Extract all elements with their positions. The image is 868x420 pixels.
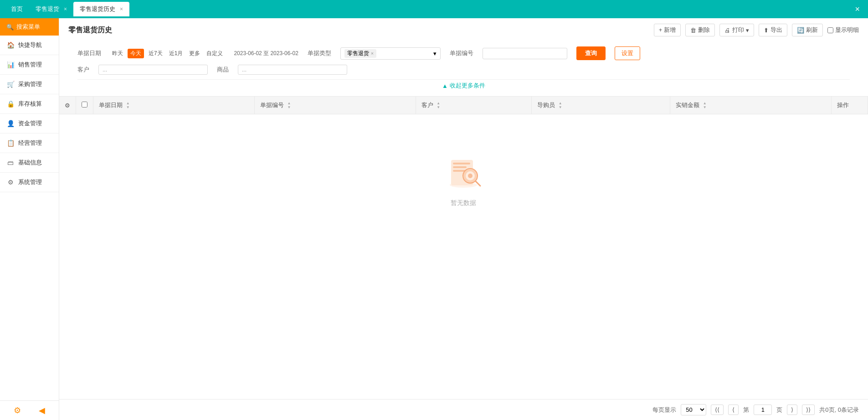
gear-icon[interactable]: ⚙: [65, 102, 70, 109]
svg-rect-2: [453, 163, 470, 164]
date-opt-7days[interactable]: 近7天: [147, 49, 164, 58]
svg-point-8: [468, 174, 473, 178]
page-label: 页: [776, 406, 782, 414]
sidebar-item-inventory-label: 库存核算: [18, 100, 42, 108]
th-customer-label: 客户: [421, 102, 433, 108]
sidebar-item-finance-label: 资金管理: [18, 119, 42, 128]
date-opt-more[interactable]: 更多: [187, 49, 202, 58]
collapse-icon: ▲: [442, 82, 448, 89]
sidebar-item-finance-mgmt[interactable]: 👤 资金管理: [0, 114, 59, 133]
th-checkbox[interactable]: [76, 97, 93, 114]
th-amount-label: 实销金额: [676, 102, 699, 108]
delete-button[interactable]: 🗑 删除: [685, 24, 715, 36]
tab-retail-return-history-close[interactable]: ×: [120, 6, 123, 12]
top-tab-bar: 首页 零售退货 × 零售退货历史 × ×: [0, 0, 868, 18]
th-guide[interactable]: 导购员 ▲▼: [532, 97, 670, 114]
sidebar-item-sales-mgmt[interactable]: 📊 销售管理: [0, 55, 59, 75]
tab-home[interactable]: 首页: [5, 2, 29, 16]
th-date-sort: ▲▼: [126, 102, 130, 109]
th-date[interactable]: 单据日期 ▲▼: [93, 97, 255, 114]
filter-area: 单据日期 昨天 今天 近7天 近1月 更多 自定义 2023-06-02 至 2…: [68, 42, 859, 96]
first-page-button[interactable]: ⟨⟨: [711, 405, 724, 415]
tab-retail-return-close[interactable]: ×: [64, 6, 67, 12]
th-gear[interactable]: ⚙: [59, 97, 76, 114]
th-voucher-no[interactable]: 单据编号 ▲▼: [254, 97, 416, 114]
filter-row-2: 客户 ... 商品 ...: [77, 65, 850, 75]
sidebar-item-purchase-mgmt[interactable]: 🛒 采购管理: [0, 75, 59, 94]
th-customer[interactable]: 客户 ▲▼: [416, 97, 531, 114]
print-label: 打印: [732, 26, 744, 34]
page-number-input[interactable]: [754, 405, 772, 415]
product-input[interactable]: ...: [238, 65, 347, 75]
delete-icon: 🗑: [690, 27, 696, 34]
print-icon: 🖨: [724, 27, 730, 34]
sidebar-item-ops-mgmt[interactable]: 📋 经营管理: [0, 133, 59, 153]
customer-input[interactable]: ...: [98, 65, 208, 75]
sidebar-item-basic-info[interactable]: 🗃 基础信息: [0, 153, 59, 173]
product-ellipsis: ...: [242, 67, 247, 73]
filter-row-1: 单据日期 昨天 今天 近7天 近1月 更多 自定义 2023-06-02 至 2…: [77, 46, 850, 60]
query-button[interactable]: 查询: [576, 46, 606, 60]
sidebar-item-quick-nav-label: 快捷导航: [18, 41, 42, 49]
table-body: 暂无数据: [59, 114, 868, 244]
page-title: 零售退货历史: [68, 26, 112, 35]
prev-page-button[interactable]: ⟨: [728, 405, 739, 415]
voucher-type-dropdown[interactable]: 零售退货 × ▾: [340, 47, 441, 60]
voucher-type-tag-value: 零售退货: [347, 50, 369, 57]
show-detail-label: 显示明细: [835, 26, 859, 34]
window-close-icon[interactable]: ×: [851, 3, 863, 16]
empty-state-row: 暂无数据: [59, 114, 868, 244]
sidebar-item-sys-mgmt[interactable]: ⚙ 系统管理: [0, 173, 59, 192]
th-amount-sort: ▲▼: [703, 102, 707, 109]
voucher-type-tag-close[interactable]: ×: [371, 51, 374, 56]
export-label: 导出: [770, 26, 782, 34]
data-table: ⚙ 单据日期 ▲▼ 单据编号 ▲▼: [59, 97, 868, 244]
sidebar-item-ops-label: 经营管理: [18, 139, 42, 147]
th-customer-sort: ▲▼: [437, 102, 440, 109]
show-detail-checkbox-label[interactable]: 显示明细: [827, 26, 859, 34]
date-options: 昨天 今天 近7天 近1月 更多 自定义: [110, 49, 225, 58]
page-word: 第: [743, 406, 749, 414]
sidebar-item-inventory[interactable]: 🔒 库存核算: [0, 94, 59, 114]
date-opt-today[interactable]: 今天: [128, 49, 144, 58]
collapse-button[interactable]: ▲ 收起更多条件: [77, 79, 850, 92]
purchase-icon: 🛒: [6, 80, 15, 88]
date-opt-custom[interactable]: 自定义: [205, 49, 225, 58]
print-button[interactable]: 🖨 打印 ▾: [719, 24, 754, 36]
sidebar-item-basic-info-label: 基础信息: [18, 159, 42, 167]
next-page-button[interactable]: ⟩: [787, 405, 797, 415]
show-detail-checkbox[interactable]: [827, 27, 833, 33]
finance-icon: 👤: [6, 119, 15, 128]
voucher-no-input[interactable]: [483, 48, 567, 59]
page-size-select[interactable]: 50 100 200: [681, 404, 706, 415]
export-button[interactable]: ⬆ 导出: [759, 24, 787, 36]
pagination-total: 共0页, 0条记录: [819, 406, 859, 414]
new-button[interactable]: + 新增: [654, 24, 681, 36]
select-all-checkbox[interactable]: [82, 102, 87, 108]
content-area: 零售退货历史 + 新增 🗑 删除 🖨 打印 ▾ ⬆ 导出: [59, 18, 868, 420]
th-amount[interactable]: 实销金额 ▲▼: [670, 97, 832, 114]
date-opt-1month[interactable]: 近1月: [167, 49, 185, 58]
sidebar-item-sales-label: 销售管理: [18, 61, 42, 69]
settings-button[interactable]: 设置: [615, 46, 640, 60]
sidebar-item-sys-label: 系统管理: [18, 178, 42, 186]
sidebar-search[interactable]: 🔍 搜索菜单: [0, 18, 59, 36]
sales-icon: 📊: [6, 61, 15, 69]
refresh-button[interactable]: 🔄 刷新: [792, 24, 823, 36]
sidebar-search-label: 搜索菜单: [16, 23, 40, 31]
refresh-label: 刷新: [806, 26, 818, 34]
customer-ellipsis: ...: [103, 67, 107, 73]
tab-home-label: 首页: [11, 5, 23, 13]
home-icon: 🏠: [6, 41, 15, 49]
empty-state-cell: 暂无数据: [59, 114, 868, 244]
sidebar: 🔍 搜索菜单 🏠 快捷导航 📊 销售管理 🛒 采购管理 🔒 库存核算 👤 资金管…: [0, 18, 59, 420]
tab-retail-return[interactable]: 零售退货 ×: [29, 2, 73, 16]
collapse-sidebar-icon[interactable]: ◀: [39, 405, 45, 415]
tab-retail-return-history[interactable]: 零售退货历史 ×: [73, 2, 129, 16]
date-opt-yesterday[interactable]: 昨天: [110, 49, 125, 58]
sidebar-item-quick-nav[interactable]: 🏠 快捷导航: [0, 36, 59, 55]
settings-bottom-icon[interactable]: ⚙: [14, 405, 21, 415]
last-page-button[interactable]: ⟩⟩: [802, 405, 815, 415]
delete-label: 删除: [698, 26, 710, 34]
empty-state-icon: [443, 151, 484, 192]
